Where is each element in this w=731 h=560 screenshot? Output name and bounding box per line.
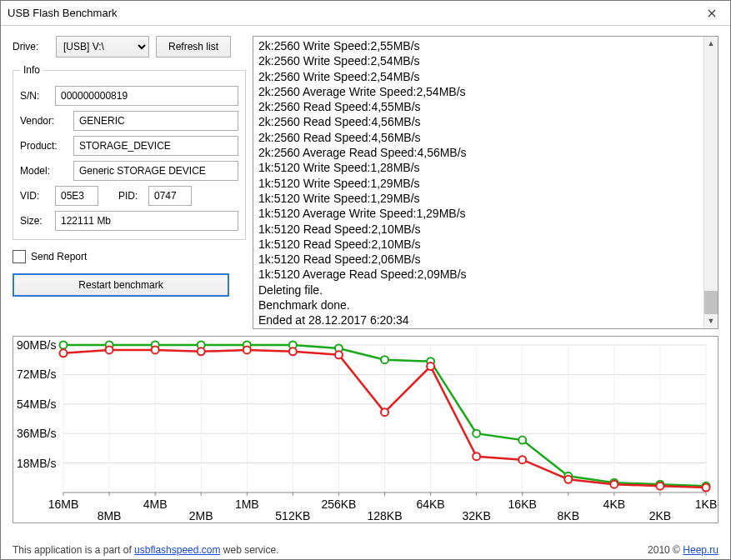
x-tick-label: 2MB	[189, 509, 213, 522]
x-tick-label: 8KB	[558, 509, 579, 522]
footer: This application is a part of usbflashsp…	[1, 541, 730, 559]
footer-link[interactable]: usbflashspeed.com	[134, 544, 220, 556]
x-tick-label: 4KB	[603, 498, 625, 511]
close-button[interactable]	[693, 1, 730, 26]
log-text[interactable]: 2k:2560 Write Speed:2,55MB/s 2k:2560 Wri…	[253, 37, 703, 328]
svg-point-56	[289, 348, 297, 355]
info-legend: Info	[20, 64, 43, 76]
info-group: Info S/N: Vendor: Product: Model:	[13, 64, 246, 240]
sn-label: S/N:	[20, 90, 50, 102]
x-tick-label: 128KB	[367, 509, 402, 522]
x-tick-label: 64KB	[416, 498, 444, 511]
scrollbar[interactable]: ▲ ▼	[703, 37, 718, 328]
drive-label: Drive:	[13, 41, 49, 52]
svg-point-62	[564, 476, 572, 483]
benchmark-chart: 90MB/s72MB/s54MB/s36MB/s18MB/s16MB8MB4MB…	[13, 336, 718, 523]
x-tick-label: 16KB	[508, 498, 537, 511]
svg-point-64	[656, 482, 663, 490]
y-tick-label: 18MB/s	[17, 457, 56, 470]
y-tick-label: 36MB/s	[17, 427, 56, 440]
x-tick-label: 1KB	[695, 498, 717, 511]
x-tick-label: 512KB	[275, 509, 310, 522]
credit-link[interactable]: Heep.ru	[683, 544, 718, 556]
size-field[interactable]	[55, 211, 238, 231]
vid-label: VID:	[20, 190, 50, 202]
footer-prefix: This application is a part of	[13, 544, 134, 556]
model-field[interactable]	[73, 161, 238, 181]
vid-field[interactable]	[55, 186, 98, 206]
svg-point-53	[152, 346, 159, 353]
svg-point-45	[473, 430, 480, 438]
y-tick-label: 54MB/s	[17, 398, 56, 411]
x-tick-label: 8MB	[98, 509, 122, 522]
svg-point-57	[335, 351, 343, 358]
svg-point-58	[381, 408, 388, 416]
send-report-label: Send Report	[31, 251, 87, 262]
product-field[interactable]	[73, 136, 238, 156]
window-title: USB Flash Benchmark	[8, 7, 693, 19]
svg-point-65	[703, 484, 710, 492]
x-tick-label: 1MB	[235, 498, 259, 511]
x-tick-label: 32KB	[463, 509, 491, 522]
close-icon	[708, 9, 716, 18]
x-tick-label: 16MB	[48, 498, 79, 511]
vendor-label: Vendor:	[20, 115, 68, 127]
svg-point-46	[518, 437, 526, 444]
scroll-track[interactable]	[704, 51, 718, 314]
scroll-thumb[interactable]	[704, 291, 718, 314]
svg-point-55	[243, 346, 251, 353]
svg-point-54	[198, 348, 205, 355]
footer-suffix: web service.	[220, 544, 278, 556]
refresh-list-button[interactable]: Refresh list	[156, 36, 231, 58]
svg-point-61	[518, 456, 526, 463]
svg-point-43	[381, 356, 388, 363]
restart-benchmark-button[interactable]: Restart benchmark	[13, 273, 229, 297]
drive-select[interactable]: [USB] V:\	[56, 36, 149, 58]
model-label: Model:	[20, 165, 68, 177]
y-tick-label: 72MB/s	[17, 368, 56, 381]
x-tick-label: 4MB	[143, 498, 168, 511]
svg-point-51	[60, 349, 68, 357]
scroll-down-icon[interactable]: ▼	[704, 314, 718, 328]
svg-point-60	[473, 452, 480, 460]
log-panel: 2k:2560 Write Speed:2,55MB/s 2k:2560 Wri…	[253, 36, 718, 329]
svg-point-52	[106, 346, 113, 353]
product-label: Product:	[20, 140, 68, 152]
credit-year: 2010 ©	[648, 544, 683, 556]
y-tick-label: 90MB/s	[17, 338, 56, 352]
pid-field[interactable]	[148, 186, 192, 206]
size-label: Size:	[20, 215, 50, 227]
svg-point-36	[60, 342, 68, 349]
titlebar: USB Flash Benchmark	[1, 1, 730, 26]
scroll-up-icon[interactable]: ▲	[704, 37, 718, 51]
vendor-field[interactable]	[73, 111, 238, 131]
x-tick-label: 2KB	[649, 509, 671, 522]
send-report-checkbox[interactable]	[13, 250, 26, 263]
svg-point-59	[427, 362, 434, 370]
sn-field[interactable]	[55, 86, 238, 106]
pid-label: PID:	[118, 190, 143, 202]
x-tick-label: 256KB	[321, 498, 356, 511]
svg-point-63	[610, 481, 618, 488]
